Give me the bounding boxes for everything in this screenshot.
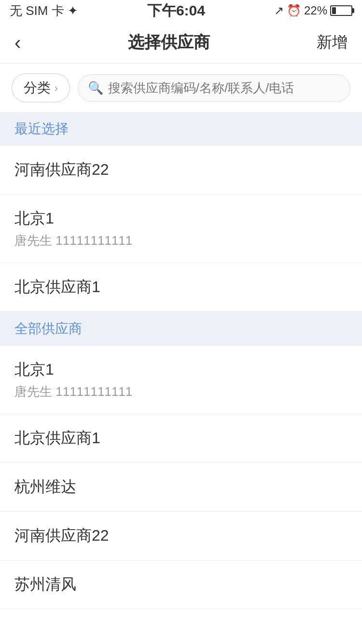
list-item[interactable]: 杭州维达 — [0, 463, 362, 512]
category-button[interactable]: 分类 › — [12, 73, 70, 102]
search-bar: 分类 › 🔍 — [0, 64, 362, 112]
location-icon: ↗ — [274, 4, 284, 17]
list-item[interactable]: 北京1唐先生 11111111111 — [0, 346, 362, 414]
nav-bar: ‹ 选择供应商 新增 — [0, 21, 362, 64]
list-item[interactable]: 北京供应商1 — [0, 414, 362, 463]
item-name: 北京1 — [14, 208, 348, 229]
sim-status: 无 SIM 卡 ✦ — [10, 2, 78, 19]
item-name: 杭州维达 — [14, 476, 348, 498]
status-right: ↗ ⏰ 22% — [274, 4, 352, 17]
list-item[interactable]: 北京供应商1 — [0, 263, 362, 312]
back-button[interactable]: ‹ — [14, 33, 21, 52]
status-time: 下午6:04 — [147, 1, 205, 21]
item-sub: 唐先生 11111111111 — [14, 383, 348, 400]
item-name: 北京供应商1 — [14, 428, 348, 449]
recent-list: 河南供应商22北京1唐先生 11111111111北京供应商1 — [0, 146, 362, 312]
new-button[interactable]: 新增 — [317, 32, 348, 53]
status-bar: 无 SIM 卡 ✦ 下午6:04 ↗ ⏰ 22% — [0, 0, 362, 21]
item-name: 河南供应商22 — [14, 159, 348, 181]
battery-percentage: 22% — [304, 4, 327, 17]
list-item[interactable]: 河南供应商22 — [0, 512, 362, 560]
page-title: 选择供应商 — [128, 31, 210, 54]
search-input-wrap[interactable]: 🔍 — [78, 74, 350, 102]
item-name: 苏州清风 — [14, 574, 348, 595]
search-icon: 🔍 — [88, 81, 103, 96]
all-list: 北京1唐先生 11111111111北京供应商1杭州维达河南供应商22苏州清风 — [0, 346, 362, 609]
recent-section-header: 最近选择 — [0, 112, 362, 146]
list-item[interactable]: 苏州清风 — [0, 560, 362, 609]
category-label: 分类 — [24, 79, 51, 97]
list-item[interactable]: 北京1唐先生 11111111111 — [0, 195, 362, 263]
battery-icon — [330, 5, 352, 16]
item-sub: 唐先生 11111111111 — [14, 232, 348, 249]
status-left: 无 SIM 卡 ✦ — [10, 2, 78, 19]
search-input[interactable] — [108, 81, 340, 96]
item-name: 北京1 — [14, 359, 348, 380]
item-name: 北京供应商1 — [14, 277, 348, 298]
alarm-icon: ⏰ — [287, 4, 301, 17]
chevron-right-icon: › — [55, 83, 58, 94]
all-section-header: 全部供应商 — [0, 312, 362, 346]
list-item[interactable]: 河南供应商22 — [0, 146, 362, 195]
item-name: 河南供应商22 — [14, 525, 348, 546]
